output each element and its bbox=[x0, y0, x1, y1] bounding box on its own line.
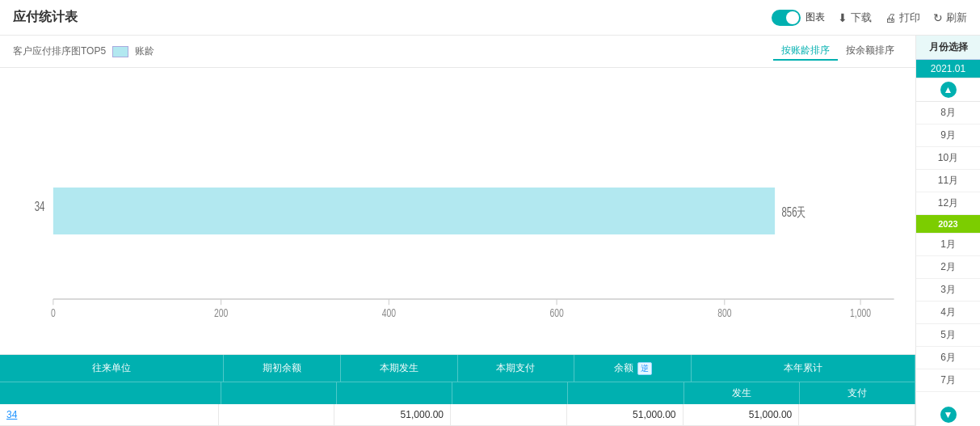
month-8[interactable]: 8月 bbox=[916, 102, 980, 124]
month-11[interactable]: 11月 bbox=[916, 170, 980, 192]
col-balance-header: 余额 逆 bbox=[574, 355, 692, 382]
current-occur-cell: 51,000.00 bbox=[334, 404, 451, 425]
col-ytd-header: 本年累计 bbox=[692, 355, 915, 382]
refresh-label: 刷新 bbox=[946, 11, 967, 25]
sidebar-nav-up[interactable]: ▲ bbox=[916, 78, 980, 102]
col-current-occur-header: 本期发生 bbox=[341, 355, 458, 382]
ytd-pay-cell bbox=[799, 404, 915, 425]
month-6[interactable]: 6月 bbox=[916, 347, 980, 369]
table-section: 往来单位 期初余额 本期发生 本期支付 余额 逆 本年累计 bbox=[0, 354, 915, 426]
opening-cell bbox=[219, 404, 335, 425]
col-ytd-occur-subheader: 发生 bbox=[684, 382, 800, 404]
chart-legend-label: 客户应付排序图TOP5 bbox=[13, 44, 106, 58]
col-unit-subheader bbox=[0, 382, 221, 404]
header-actions: 图表 ⬇ 下载 🖨 打印 ↻ 刷新 bbox=[772, 10, 967, 26]
sidebar-year-input[interactable]: 2021.01 bbox=[916, 60, 980, 78]
table-header-row: 往来单位 期初余额 本期发生 本期支付 余额 逆 本年累计 bbox=[0, 355, 915, 382]
chart-sort-buttons: 按账龄排序 按余额排序 bbox=[773, 42, 902, 61]
print-icon: 🖨 bbox=[885, 11, 896, 24]
svg-text:400: 400 bbox=[382, 306, 396, 319]
col-current-pay-subheader bbox=[452, 382, 568, 404]
col-current-occur-subheader bbox=[337, 382, 452, 404]
download-label: 下载 bbox=[851, 11, 872, 25]
svg-text:856天: 856天 bbox=[781, 205, 806, 219]
nav-arrow-down[interactable]: ▼ bbox=[940, 407, 957, 423]
col-opening-subheader bbox=[221, 382, 337, 404]
month-12[interactable]: 12月 bbox=[916, 192, 980, 215]
chart-toggle[interactable] bbox=[772, 10, 801, 26]
sidebar-nav-down[interactable]: ▼ bbox=[916, 403, 980, 426]
table-row: 34 51,000.00 51,000.00 51,000.00 bbox=[0, 404, 915, 426]
svg-text:1,000: 1,000 bbox=[850, 306, 871, 319]
month-1[interactable]: 1月 bbox=[916, 234, 980, 256]
nav-arrow-up[interactable]: ▲ bbox=[940, 82, 957, 98]
ytd-occur-cell: 51,000.00 bbox=[683, 404, 800, 425]
chart-area: 34 856天 0 200 400 600 bbox=[0, 68, 915, 354]
month-2[interactable]: 2月 bbox=[916, 256, 980, 279]
col-opening-header: 期初余额 bbox=[224, 355, 341, 382]
month-sidebar: 月份选择 2021.01 ▲ 8月 9月 10月 11月 12月 2023 1月… bbox=[915, 36, 980, 426]
balance-badge: 逆 bbox=[637, 362, 652, 375]
svg-text:34: 34 bbox=[35, 199, 45, 213]
legend-box bbox=[112, 46, 128, 57]
sort-by-balance-button[interactable]: 按账龄排序 bbox=[773, 42, 838, 61]
sidebar-months-list: 8月 9月 10月 11月 12月 2023 1月 2月 3月 4月 5月 6月… bbox=[916, 102, 980, 403]
page-title: 应付统计表 bbox=[13, 9, 78, 26]
toggle-circle bbox=[786, 11, 799, 24]
chart-header: 客户应付排序图TOP5 账龄 按账龄排序 按余额排序 bbox=[0, 36, 915, 68]
year-2023-label: 2023 bbox=[916, 215, 980, 234]
svg-rect-1 bbox=[53, 188, 775, 234]
col-ytd-pay-subheader: 支付 bbox=[800, 382, 915, 404]
table-sub-header: 发生 支付 bbox=[0, 382, 915, 404]
svg-text:800: 800 bbox=[717, 306, 731, 319]
bar-chart: 34 856天 0 200 400 600 bbox=[13, 76, 902, 346]
month-3[interactable]: 3月 bbox=[916, 279, 980, 302]
download-button[interactable]: ⬇ 下载 bbox=[838, 11, 872, 25]
print-button[interactable]: 🖨 打印 bbox=[885, 11, 920, 25]
sort-by-amount-button[interactable]: 按余额排序 bbox=[838, 42, 902, 61]
chart-toggle-label: 图表 bbox=[805, 11, 825, 24]
month-5[interactable]: 5月 bbox=[916, 324, 980, 347]
refresh-icon: ↻ bbox=[933, 11, 943, 24]
col-balance-subheader bbox=[568, 382, 683, 404]
col-unit-header: 往来单位 bbox=[0, 355, 224, 382]
month-4[interactable]: 4月 bbox=[916, 302, 980, 324]
chart-legend: 客户应付排序图TOP5 账龄 bbox=[13, 44, 154, 58]
svg-text:0: 0 bbox=[51, 306, 56, 319]
download-icon: ⬇ bbox=[838, 11, 848, 24]
refresh-button[interactable]: ↻ 刷新 bbox=[933, 11, 967, 25]
month-7[interactable]: 7月 bbox=[916, 369, 980, 392]
unit-link[interactable]: 34 bbox=[6, 409, 17, 420]
sidebar-header: 月份选择 bbox=[916, 36, 980, 60]
print-label: 打印 bbox=[899, 11, 920, 25]
svg-text:600: 600 bbox=[549, 306, 563, 319]
legend-box-label: 账龄 bbox=[135, 44, 154, 58]
chart-toggle-wrap[interactable]: 图表 bbox=[772, 10, 825, 26]
current-pay-cell bbox=[451, 404, 567, 425]
col-current-pay-header: 本期支付 bbox=[458, 355, 575, 382]
svg-text:200: 200 bbox=[214, 306, 228, 319]
balance-cell: 51,000.00 bbox=[567, 404, 683, 425]
month-9[interactable]: 9月 bbox=[916, 124, 980, 147]
month-10[interactable]: 10月 bbox=[916, 147, 980, 170]
unit-cell: 34 bbox=[0, 404, 219, 425]
